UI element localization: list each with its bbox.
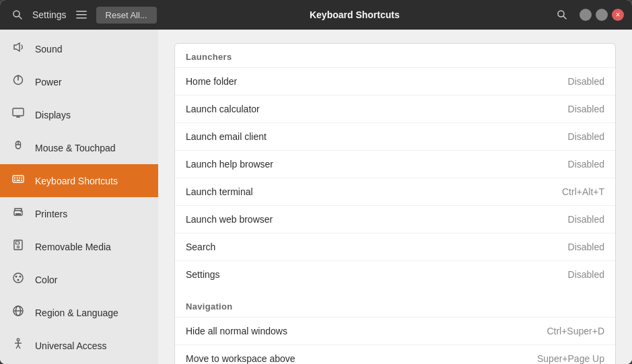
shortcut-label-email: Launch email client <box>186 131 568 142</box>
main-content: Sound Power <box>0 30 632 364</box>
shortcut-value-browser: Disabled <box>568 214 604 225</box>
shortcut-value-home: Disabled <box>568 76 604 87</box>
printers-icon <box>11 205 26 222</box>
svg-point-30 <box>15 276 17 278</box>
sound-icon <box>11 40 26 57</box>
shortcut-row-home-folder[interactable]: Home folder Disabled <box>175 67 615 95</box>
shortcut-row-terminal[interactable]: Launch terminal Ctrl+Alt+T <box>175 178 615 205</box>
shortcut-value-help: Disabled <box>568 159 604 170</box>
sidebar-label-color: Color <box>35 275 57 285</box>
titlebar: Settings Reset All... Keyboard Shortcuts… <box>0 0 632 30</box>
shortcut-label-help: Launch help browser <box>186 159 568 170</box>
sidebar: Sound Power <box>0 30 158 364</box>
svg-rect-16 <box>14 178 15 179</box>
shortcut-value-terminal: Ctrl+Alt+T <box>562 186 604 197</box>
shortcut-value-ws-above: Super+Page Up <box>537 353 604 364</box>
shortcut-label-settings: Settings <box>186 269 568 280</box>
mouse-icon <box>11 139 26 156</box>
svg-rect-3 <box>76 14 87 15</box>
svg-point-28 <box>17 246 20 248</box>
sidebar-item-keyboard-shortcuts[interactable]: Keyboard Shortcuts <box>0 164 158 197</box>
search-button[interactable] <box>553 5 571 24</box>
app-name-label: Settings <box>32 9 67 20</box>
maximize-button[interactable]: □ <box>596 9 608 21</box>
minimize-button[interactable]: − <box>580 9 592 21</box>
shortcut-label-browser: Launch web browser <box>186 214 568 225</box>
svg-rect-9 <box>13 108 24 116</box>
svg-point-31 <box>20 276 22 278</box>
close-button[interactable]: × <box>612 9 624 21</box>
sidebar-item-sound[interactable]: Sound <box>0 32 158 65</box>
sidebar-item-printers[interactable]: Printers <box>0 197 158 230</box>
svg-point-36 <box>17 338 20 341</box>
sidebar-item-power[interactable]: Power <box>0 65 158 98</box>
shortcut-value-calculator: Disabled <box>568 104 604 114</box>
shortcut-row-hide-windows[interactable]: Hide all normal windows Ctrl+Super+D <box>175 317 615 344</box>
svg-rect-22 <box>21 180 22 181</box>
sidebar-label-power: Power <box>35 77 62 87</box>
svg-rect-4 <box>76 17 87 19</box>
shortcut-label-terminal: Launch terminal <box>186 186 562 197</box>
main-window: Settings Reset All... Keyboard Shortcuts… <box>0 0 632 364</box>
shortcut-label-hide: Hide all normal windows <box>186 326 547 336</box>
shortcut-label-ws-above: Move to workspace above <box>186 353 537 364</box>
sidebar-label-sound: Sound <box>35 44 62 54</box>
sidebar-label-access: Universal Access <box>35 340 107 351</box>
svg-rect-2 <box>76 11 87 12</box>
launchers-section-header: Launchers <box>175 44 615 67</box>
keyboard-icon <box>11 172 26 189</box>
svg-rect-17 <box>17 178 18 179</box>
sidebar-label-displays: Displays <box>35 110 71 120</box>
shortcut-value-search: Disabled <box>568 242 604 252</box>
reset-all-button[interactable]: Reset All... <box>96 7 157 24</box>
sidebar-label-mouse: Mouse & Touchpad <box>35 143 116 153</box>
shortcut-value-settings: Disabled <box>568 269 604 280</box>
window-title: Keyboard Shortcuts <box>162 9 547 20</box>
shortcut-row-workspace-above[interactable]: Move to workspace above Super+Page Up <box>175 344 615 364</box>
color-icon <box>11 271 26 288</box>
shortcut-row-calculator[interactable]: Launch calculator Disabled <box>175 95 615 122</box>
shortcut-row-email[interactable]: Launch email client Disabled <box>175 122 615 150</box>
svg-rect-27 <box>16 242 20 244</box>
universal-access-icon <box>11 337 26 354</box>
shortcut-row-settings[interactable]: Settings Disabled <box>175 260 615 288</box>
svg-line-39 <box>16 345 18 349</box>
shortcut-row-search[interactable]: Search Disabled <box>175 233 615 260</box>
svg-rect-21 <box>17 180 20 181</box>
svg-point-25 <box>20 211 22 213</box>
sidebar-label-keyboard: Keyboard Shortcuts <box>35 176 118 186</box>
svg-line-6 <box>563 16 566 19</box>
region-language-icon <box>11 304 26 321</box>
sidebar-item-displays[interactable]: Displays <box>0 98 158 131</box>
window-controls: − □ × <box>580 9 624 21</box>
svg-point-29 <box>13 273 23 283</box>
svg-rect-15 <box>13 176 24 182</box>
svg-line-40 <box>18 345 20 349</box>
svg-rect-18 <box>19 178 20 179</box>
shortcuts-panel: Launchers Home folder Disabled Launch ca… <box>158 30 632 364</box>
navigation-section-header: Navigation <box>175 293 615 317</box>
titlebar-search-button[interactable] <box>8 5 27 24</box>
svg-rect-24 <box>15 213 21 215</box>
shortcut-row-browser[interactable]: Launch web browser Disabled <box>175 205 615 233</box>
sidebar-item-mouse-touchpad[interactable]: Mouse & Touchpad <box>0 131 158 164</box>
shortcut-label-search: Search <box>186 242 568 252</box>
power-icon <box>11 73 26 90</box>
svg-rect-19 <box>22 178 23 179</box>
displays-icon <box>11 106 26 123</box>
sidebar-item-universal-access[interactable]: Universal Access <box>0 329 158 362</box>
shortcut-row-help[interactable]: Launch help browser Disabled <box>175 150 615 178</box>
sidebar-item-region-language[interactable]: Region & Language <box>0 296 158 329</box>
sidebar-label-removable: Removable Media <box>35 242 111 252</box>
svg-point-32 <box>17 279 20 281</box>
sidebar-item-removable-media[interactable]: Removable Media <box>0 230 158 263</box>
svg-line-1 <box>19 16 22 19</box>
sidebar-label-printers: Printers <box>35 209 67 219</box>
shortcut-label-calculator: Launch calculator <box>186 104 568 114</box>
shortcut-label-home: Home folder <box>186 76 568 87</box>
titlebar-menu-button[interactable] <box>72 5 91 24</box>
sidebar-label-region: Region & Language <box>35 307 118 318</box>
shortcut-value-hide: Ctrl+Super+D <box>547 326 604 336</box>
sidebar-item-color[interactable]: Color <box>0 263 158 296</box>
shortcut-value-email: Disabled <box>568 131 604 142</box>
